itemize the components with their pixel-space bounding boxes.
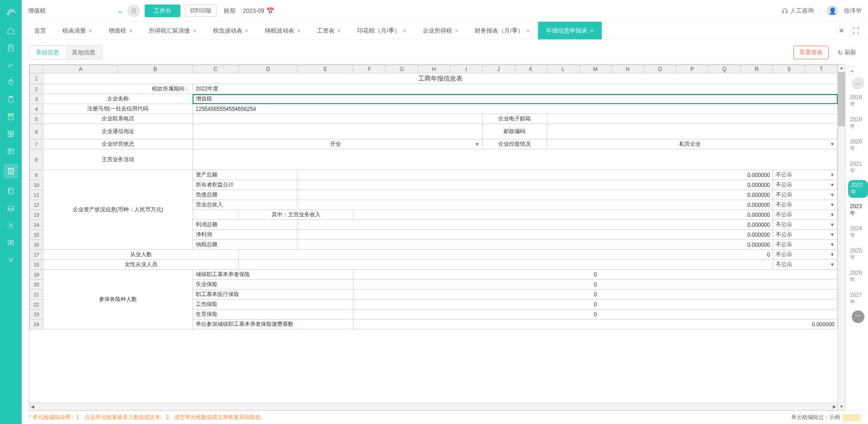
row-header[interactable]: 6	[30, 124, 43, 139]
disclose-dropdown[interactable]: 不公示▼	[773, 230, 838, 240]
row-header[interactable]: 5	[30, 114, 43, 124]
column-header[interactable]: E	[297, 65, 354, 73]
ins-value[interactable]: 0	[354, 270, 838, 280]
tab-10[interactable]: 年报信息申报表×	[538, 22, 602, 39]
scroll-left-icon[interactable]: ◀	[29, 404, 36, 409]
row-header[interactable]: 9	[30, 170, 43, 180]
clipboard-icon[interactable]	[6, 95, 15, 104]
reg-value[interactable]: 12554585554554656254	[193, 104, 837, 114]
tab-5[interactable]: 纳税波动表×	[257, 22, 309, 39]
row-header[interactable]: 4	[30, 104, 43, 114]
disclose-dropdown[interactable]: 不公示▼	[773, 210, 838, 220]
avatar[interactable]: 👤	[827, 5, 838, 16]
close-icon[interactable]: ×	[129, 27, 132, 34]
company-selector[interactable]: 增值税 ⌄	[28, 6, 123, 15]
tax-report-icon[interactable]	[4, 164, 18, 178]
row-header[interactable]: 10	[30, 180, 43, 190]
column-header[interactable]: P	[676, 65, 708, 73]
inbox-icon[interactable]	[6, 204, 15, 213]
tab-7[interactable]: 印花税（月/季）×	[349, 22, 415, 39]
scroll-thumb[interactable]	[838, 72, 845, 126]
spreadsheet[interactable]: ABCDEFGHIJKLMNOPQRST 1工商年报信息表2税款所属期间：202…	[29, 64, 838, 403]
column-header[interactable]: H	[418, 65, 450, 73]
vertical-scrollbar[interactable]: ▲ ▼	[838, 64, 845, 410]
ins-value[interactable]: 0	[354, 280, 838, 290]
column-header[interactable]: R	[741, 65, 773, 73]
switch-old-button[interactable]: 切到旧版	[185, 5, 217, 17]
row-header[interactable]: 8	[30, 149, 43, 170]
video-icon[interactable]	[6, 238, 15, 247]
row-header[interactable]: 18	[30, 260, 43, 270]
disclose-dropdown[interactable]: 不公示▼	[773, 200, 838, 210]
row-header[interactable]: 12	[30, 200, 43, 210]
rail-collapse-icon[interactable]: ◀	[848, 66, 855, 75]
copy-icon[interactable]	[6, 186, 15, 195]
refresh-button[interactable]: ↻ 刷新	[833, 46, 861, 59]
period-value[interactable]: 2022年度	[193, 84, 837, 94]
document-icon[interactable]	[6, 43, 15, 52]
row-header[interactable]: 19	[30, 270, 43, 280]
table-icon[interactable]	[6, 147, 15, 156]
consult-button[interactable]: 人工咨询	[781, 7, 814, 15]
disclose-dropdown[interactable]: 不公示▼	[773, 220, 838, 230]
asset-value[interactable]: 0.000000	[297, 190, 773, 200]
reset-report-button[interactable]: 重置报表	[793, 46, 829, 59]
column-header[interactable]: I	[450, 65, 482, 73]
close-icon[interactable]: ×	[526, 27, 530, 34]
column-header[interactable]: G	[386, 65, 418, 73]
user-name[interactable]: 徐泽华	[844, 7, 862, 15]
column-header[interactable]: S	[773, 65, 805, 73]
company-value[interactable]: 增值税	[193, 94, 837, 104]
scroll-right-icon[interactable]: ▶	[831, 404, 838, 409]
status-dropdown[interactable]: 开业▼	[193, 139, 482, 149]
column-header[interactable]: T	[805, 65, 838, 73]
column-header[interactable]: L	[547, 65, 579, 73]
column-header[interactable]: F	[354, 65, 386, 73]
year-item[interactable]: 2022年	[848, 180, 868, 198]
asset-value[interactable]: 0.000000	[297, 200, 773, 210]
asset-value[interactable]: 0.000000	[297, 230, 773, 240]
column-header[interactable]: A	[43, 65, 118, 73]
close-icon[interactable]: ×	[337, 27, 341, 34]
disclose-dropdown[interactable]: 不公示▼	[773, 260, 838, 270]
tab-4[interactable]: 税负波动表×	[205, 22, 257, 39]
year-item[interactable]: 2026年	[848, 267, 868, 286]
disclose-dropdown[interactable]: 不公示▼	[773, 250, 838, 260]
home-icon[interactable]	[6, 26, 15, 35]
disclose-dropdown[interactable]: 不公示▼	[773, 190, 838, 200]
disclose-dropdown[interactable]: 不公示▼	[773, 180, 838, 190]
calculator-icon[interactable]	[6, 112, 15, 121]
tab-2[interactable]: 增值税×	[100, 22, 141, 39]
v-icon[interactable]	[6, 255, 15, 264]
asset-value[interactable]: 0.000000	[297, 170, 773, 180]
scroll-down-icon[interactable]: ▼	[838, 404, 845, 410]
row-header[interactable]: 17	[30, 250, 43, 260]
column-header[interactable]: K	[514, 65, 547, 73]
column-header[interactable]: N	[612, 65, 644, 73]
column-header[interactable]: Q	[708, 65, 741, 73]
year-down-button[interactable]: ﹀	[852, 310, 864, 323]
select-all-corner[interactable]	[30, 65, 43, 73]
tab-expand-button[interactable]: ⛶	[850, 25, 862, 37]
ins-value[interactable]: 0	[354, 310, 838, 319]
subtab-other[interactable]: 其他信息	[66, 46, 102, 59]
emp-count-value[interactable]: 0	[239, 250, 773, 260]
year-item[interactable]: 2024年	[848, 223, 868, 242]
money-bag-icon[interactable]	[6, 78, 15, 87]
column-header[interactable]: D	[239, 65, 297, 73]
close-icon[interactable]: ×	[590, 27, 594, 34]
settings-icon[interactable]	[6, 221, 15, 230]
tab-9[interactable]: 财务报表（月/季）×	[467, 22, 538, 39]
row-header[interactable]: 3	[30, 94, 43, 104]
chart-icon[interactable]	[6, 61, 15, 70]
row-header[interactable]: 15	[30, 230, 43, 240]
row-header[interactable]: 24	[30, 319, 43, 329]
row-header[interactable]: 1	[30, 73, 43, 84]
close-icon[interactable]: ×	[193, 27, 196, 34]
year-item[interactable]: 2023年	[848, 200, 868, 220]
year-item[interactable]: 2020年	[848, 136, 868, 155]
column-header[interactable]: C	[193, 65, 239, 73]
horizontal-scrollbar[interactable]: ◀ ▶	[29, 403, 838, 410]
column-header[interactable]: M	[579, 65, 611, 73]
row-header[interactable]: 14	[30, 220, 43, 230]
